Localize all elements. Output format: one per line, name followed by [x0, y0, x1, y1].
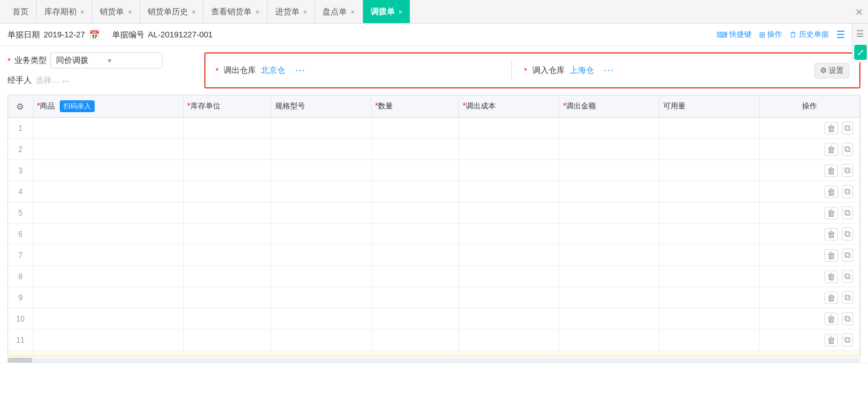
row-spec-3[interactable] [271, 160, 371, 181]
tab-sales-history-close[interactable]: × [192, 8, 196, 16]
row-qty-8[interactable] [371, 266, 459, 287]
row-unit-11[interactable] [183, 330, 271, 351]
tab-purchase-close[interactable]: × [303, 8, 307, 16]
row-unit-2[interactable] [183, 139, 271, 160]
history-btn[interactable]: 🗒 历史单据 [790, 29, 829, 40]
row-qty-11[interactable] [371, 330, 459, 351]
shortcuts-btn[interactable]: ⌨ 快捷键 [717, 29, 752, 40]
tab-sales-order-close[interactable]: × [128, 8, 131, 16]
row-product-5[interactable] [33, 202, 183, 224]
row-copy-4-icon[interactable]: ⧉ [842, 185, 853, 198]
row-cost-10[interactable] [459, 308, 559, 330]
row-product-11[interactable] [33, 330, 183, 351]
row-copy-6-icon[interactable]: ⧉ [842, 227, 853, 240]
row-unit-8[interactable] [183, 266, 271, 287]
row-qty-2[interactable] [371, 139, 459, 160]
th-gear[interactable]: ⚙ [8, 95, 33, 118]
row-spec-6[interactable] [271, 224, 371, 245]
row-delete-9-icon[interactable]: 🗑 [824, 292, 838, 304]
row-spec-2[interactable] [271, 139, 371, 160]
business-type-select[interactable]: 同价调拨 ▼ [50, 52, 163, 69]
tab-sales-order[interactable]: 销货单 × [92, 0, 139, 23]
row-copy-7-icon[interactable]: ⧉ [842, 249, 853, 262]
row-amount-10[interactable] [559, 308, 659, 330]
scrollbar-thumb[interactable] [7, 358, 32, 363]
row-unit-5[interactable] [183, 202, 271, 224]
row-delete-4-icon[interactable]: 🗑 [824, 186, 838, 198]
sidebar-expand-icon[interactable]: ⤢ [854, 45, 867, 60]
row-spec-9[interactable] [271, 287, 371, 308]
row-qty-6[interactable] [371, 224, 459, 245]
row-delete-10-icon[interactable]: 🗑 [824, 313, 838, 325]
transfer-in-value[interactable]: 上海仓 [570, 65, 594, 76]
row-spec-8[interactable] [271, 266, 371, 287]
row-cost-9[interactable] [459, 287, 559, 308]
row-copy-3-icon[interactable]: ⧉ [842, 164, 853, 177]
row-cost-6[interactable] [459, 224, 559, 245]
row-spec-10[interactable] [271, 308, 371, 330]
row-product-9[interactable] [33, 287, 183, 308]
row-delete-11-icon[interactable]: 🗑 [824, 334, 838, 346]
layout-toggle-1[interactable]: ☰ [836, 29, 845, 40]
tab-inventory-init-close[interactable]: × [80, 8, 84, 16]
tab-purchase[interactable]: 进货单 × [268, 0, 315, 23]
tab-view-sales-close[interactable]: × [255, 8, 259, 16]
row-spec-5[interactable] [271, 202, 371, 224]
row-product-8[interactable] [33, 266, 183, 287]
row-unit-3[interactable] [183, 160, 271, 181]
row-copy-5-icon[interactable]: ⧉ [842, 206, 853, 219]
row-cost-11[interactable] [459, 330, 559, 351]
row-product-7[interactable] [33, 245, 183, 266]
sidebar-list-icon[interactable]: ☰ [854, 26, 867, 41]
row-delete-2-icon[interactable]: 🗑 [824, 143, 838, 156]
row-copy-9-icon[interactable]: ⧉ [842, 291, 853, 304]
row-delete-6-icon[interactable]: 🗑 [824, 228, 838, 240]
row-delete-5-icon[interactable]: 🗑 [824, 207, 838, 219]
row-amount-3[interactable] [559, 160, 659, 181]
person-input[interactable]: 选择... [35, 75, 59, 86]
row-delete-7-icon[interactable]: 🗑 [824, 249, 838, 262]
settings-button[interactable]: ⚙ 设置 [814, 63, 849, 79]
tab-home[interactable]: 首页 [5, 0, 37, 23]
tab-inventory-check[interactable]: 盘点单 × [315, 0, 362, 23]
row-qty-4[interactable] [371, 181, 459, 202]
calendar-icon[interactable]: 📅 [89, 30, 100, 40]
row-amount-7[interactable] [559, 245, 659, 266]
transfer-out-value[interactable]: 北京仓 [261, 65, 285, 76]
horizontal-scrollbar[interactable] [7, 358, 861, 363]
row-qty-3[interactable] [371, 160, 459, 181]
transfer-in-more-btn[interactable]: ··· [604, 65, 614, 76]
tab-inventory-init[interactable]: 库存期初 × [37, 0, 92, 23]
operations-btn[interactable]: ⊞ 操作 [759, 29, 782, 40]
row-qty-9[interactable] [371, 287, 459, 308]
row-qty-10[interactable] [371, 308, 459, 330]
row-delete-8-icon[interactable]: 🗑 [824, 270, 838, 283]
column-settings-icon[interactable]: ⚙ [16, 102, 24, 112]
row-product-2[interactable] [33, 139, 183, 160]
row-cost-8[interactable] [459, 266, 559, 287]
row-product-1[interactable] [33, 118, 183, 139]
row-unit-9[interactable] [183, 287, 271, 308]
row-product-6[interactable] [33, 224, 183, 245]
row-unit-1[interactable] [183, 118, 271, 139]
row-copy-10-icon[interactable]: ⧉ [842, 312, 853, 325]
row-amount-5[interactable] [559, 202, 659, 224]
tab-inventory-check-close[interactable]: × [351, 8, 354, 16]
row-product-10[interactable] [33, 308, 183, 330]
row-amount-4[interactable] [559, 181, 659, 202]
row-cost-5[interactable] [459, 202, 559, 224]
row-copy-2-icon[interactable]: ⧉ [842, 143, 853, 156]
row-cost-2[interactable] [459, 139, 559, 160]
row-unit-10[interactable] [183, 308, 271, 330]
tab-transfer[interactable]: 调拨单 × [363, 0, 410, 23]
person-more-btn[interactable]: ··· [62, 76, 69, 85]
row-delete-1-icon[interactable]: 🗑 [824, 122, 838, 135]
scan-entry-button[interactable]: 扫码录入 [60, 100, 95, 112]
row-unit-4[interactable] [183, 181, 271, 202]
row-qty-7[interactable] [371, 245, 459, 266]
row-copy-1-icon[interactable]: ⧉ [842, 121, 853, 135]
row-spec-11[interactable] [271, 330, 371, 351]
row-unit-6[interactable] [183, 224, 271, 245]
row-spec-1[interactable] [271, 118, 371, 139]
window-close-icon[interactable]: ✕ [855, 6, 863, 17]
